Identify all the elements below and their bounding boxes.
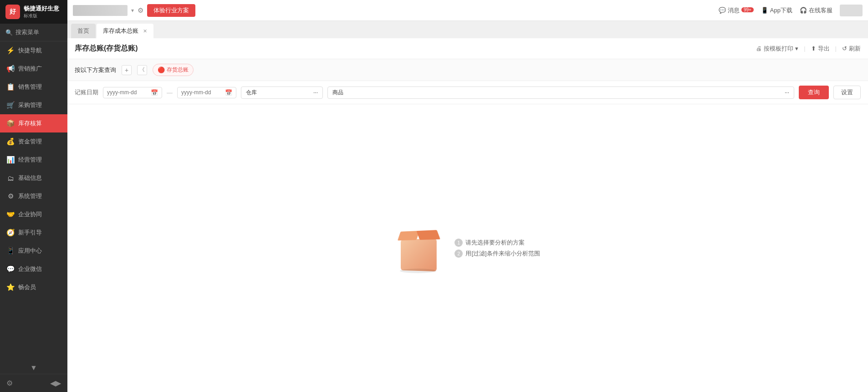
warehouse-input[interactable]: 仓库 ··· <box>241 87 323 99</box>
calendar-end-icon[interactable]: 📅 <box>225 89 232 96</box>
page-header-actions: 🖨 按模板打印 ▾ | ⬆ 导出 | ↺ 刷新 <box>756 45 861 53</box>
filter-scheme-label: 存货总账 <box>167 66 189 74</box>
app-version: 标准版 <box>24 13 59 19</box>
print-action[interactable]: 🖨 按模板打印 ▾ <box>756 45 798 53</box>
message-icon: 💬 <box>719 7 726 14</box>
filter-add-btn[interactable]: + <box>122 65 132 75</box>
settings-icon[interactable]: ⚙ <box>6 379 13 387</box>
user-avatar[interactable] <box>840 5 863 16</box>
print-label: 按模板打印 <box>764 45 793 53</box>
app-name: 畅捷通好生意 <box>24 5 59 13</box>
goods-input[interactable]: 商品 ··· <box>327 87 794 99</box>
finance-icon: 💰 <box>6 137 15 146</box>
tab-inventory-label: 库存成本总账 <box>103 27 138 34</box>
date-end-input[interactable] <box>181 89 222 96</box>
sidebar: 好 畅捷通好生意 标准版 🔍 搜索菜单 ⚡ 快捷导航 📢 营销推广 📋 销售管理… <box>0 0 67 392</box>
guide-icon: 🧭 <box>6 229 15 237</box>
search-icon: 🔍 <box>5 29 13 36</box>
sidebar-item-label: 营销推广 <box>18 65 42 73</box>
app-download-label: App下载 <box>770 6 792 15</box>
empty-shadow <box>400 269 436 273</box>
sidebar-item-cooperation[interactable]: 🤝 企业协同 <box>0 205 67 224</box>
sidebar-scroll-down[interactable]: ▼ <box>0 362 67 374</box>
logo-icon: 好 <box>5 5 20 19</box>
collapse-icon[interactable]: ◀▶ <box>50 379 61 387</box>
sidebar-nav: ⚡ 快捷导航 📢 营销推广 📋 销售管理 🛒 采购管理 📦 库存核算 💰 资金管… <box>0 41 67 362</box>
filter-scheme-item[interactable]: 🔴 存货总账 <box>153 64 194 76</box>
sidebar-item-wechat[interactable]: 💬 企业微信 <box>0 260 67 278</box>
sidebar-item-sales[interactable]: 📋 销售管理 <box>0 78 67 96</box>
filter-collapse-btn[interactable]: 《 <box>137 65 147 75</box>
date-end-input-wrap: 📅 <box>177 87 236 98</box>
empty-hint2: 用[过滤]条件来缩小分析范围 <box>465 249 540 258</box>
sidebar-item-member[interactable]: ⭐ 畅会员 <box>0 278 67 296</box>
query-bar: 记账日期 📅 — 📅 仓库 ··· 商品 ··· 查询 设置 <box>67 81 868 104</box>
sidebar-item-label: 采购管理 <box>18 101 42 109</box>
main-area: ▾ ⚙ 体验行业方案 💬 消息 99+ 📱 App下载 🎧 在线客服 首页 <box>67 0 868 392</box>
goods-label: 商品 <box>332 89 343 97</box>
topbar-logo <box>73 5 128 16</box>
export-action[interactable]: ⬆ 导出 <box>811 45 830 53</box>
sidebar-item-quick-nav[interactable]: ⚡ 快捷导航 <box>0 41 67 60</box>
messages-item[interactable]: 💬 消息 99+ <box>719 6 754 15</box>
purchase-icon: 🛒 <box>6 101 15 109</box>
sidebar-item-label: 基础信息 <box>18 174 42 182</box>
date-label: 记账日期 <box>75 88 98 97</box>
sidebar-item-system[interactable]: ⚙ 系统管理 <box>0 187 67 205</box>
sidebar-item-marketing[interactable]: 📢 营销推广 <box>0 60 67 78</box>
query-btn[interactable]: 查询 <box>799 86 829 99</box>
sidebar-bottom: ⚙ ◀▶ <box>0 374 67 392</box>
date-start-input-wrap: 📅 <box>103 87 162 98</box>
topbar-dropdown-arrow[interactable]: ▾ <box>131 7 134 14</box>
basic-icon: 🗂 <box>6 174 15 182</box>
filter-label: 按以下方案查询 <box>75 66 116 74</box>
sidebar-item-guide[interactable]: 🧭 新手引导 <box>0 224 67 242</box>
trial-btn[interactable]: 体验行业方案 <box>147 4 195 17</box>
topbar: ▾ ⚙ 体验行业方案 💬 消息 99+ 📱 App下载 🎧 在线客服 <box>67 0 868 21</box>
app-center-icon: 📱 <box>6 247 15 255</box>
messages-badge: 99+ <box>741 7 754 12</box>
sidebar-item-operation[interactable]: 📊 经营管理 <box>0 151 67 169</box>
headset-icon: 🎧 <box>800 7 807 14</box>
system-icon: ⚙ <box>6 192 15 200</box>
sidebar-search[interactable]: 🔍 搜索菜单 <box>0 24 67 41</box>
messages-label: 消息 <box>728 6 740 15</box>
sidebar-item-purchase[interactable]: 🛒 采购管理 <box>0 96 67 114</box>
empty-text: 1 请先选择要分析的方案 2 用[过滤]条件来缩小分析范围 <box>454 236 540 260</box>
sidebar-item-basic[interactable]: 🗂 基础信息 <box>0 169 67 187</box>
tab-home[interactable]: 首页 <box>71 24 96 38</box>
refresh-icon: ↺ <box>842 45 847 52</box>
online-service-item[interactable]: 🎧 在线客服 <box>800 6 832 15</box>
page-header: 库存总账(存货总账) 🖨 按模板打印 ▾ | ⬆ 导出 | ↺ 刷新 <box>67 38 868 59</box>
filter-row: 按以下方案查询 + 《 🔴 存货总账 <box>67 59 868 81</box>
tab-inventory-ledger[interactable]: 库存成本总账 ✕ <box>97 24 153 38</box>
sidebar-item-finance[interactable]: 💰 资金管理 <box>0 132 67 151</box>
sidebar-item-app-center[interactable]: 📱 应用中心 <box>0 242 67 260</box>
refresh-action[interactable]: ↺ 刷新 <box>842 45 861 53</box>
app-download-item[interactable]: 📱 App下载 <box>761 6 792 15</box>
phone-icon: 📱 <box>761 7 768 14</box>
sidebar-logo: 好 畅捷通好生意 标准版 <box>0 0 67 24</box>
empty-box <box>401 239 437 272</box>
sidebar-item-label: 经营管理 <box>18 156 42 164</box>
tab-close-icon[interactable]: ✕ <box>143 28 147 34</box>
export-label: 导出 <box>818 45 830 53</box>
step2-num: 2 <box>454 249 463 258</box>
wechat-icon: 💬 <box>6 265 15 273</box>
date-start-input[interactable] <box>107 89 148 96</box>
print-dropdown-icon[interactable]: ▾ <box>795 45 798 52</box>
sidebar-item-label: 快捷导航 <box>18 46 42 55</box>
empty-state: 1 请先选择要分析的方案 2 用[过滤]条件来缩小分析范围 <box>67 104 868 392</box>
settings-btn[interactable]: 设置 <box>833 86 861 99</box>
date-separator: — <box>167 89 173 96</box>
calendar-start-icon[interactable]: 📅 <box>151 89 158 96</box>
step1-num: 1 <box>454 239 463 247</box>
inventory-icon: 📦 <box>6 119 15 127</box>
sidebar-item-inventory[interactable]: 📦 库存核算 <box>0 114 67 132</box>
empty-hint1: 请先选择要分析的方案 <box>465 239 525 247</box>
tab-home-label: 首页 <box>77 27 89 34</box>
cooperation-icon: 🤝 <box>6 210 15 219</box>
sales-icon: 📋 <box>6 83 15 91</box>
topbar-gear-icon[interactable]: ⚙ <box>138 6 143 15</box>
topbar-right: 💬 消息 99+ 📱 App下载 🎧 在线客服 <box>719 5 863 16</box>
